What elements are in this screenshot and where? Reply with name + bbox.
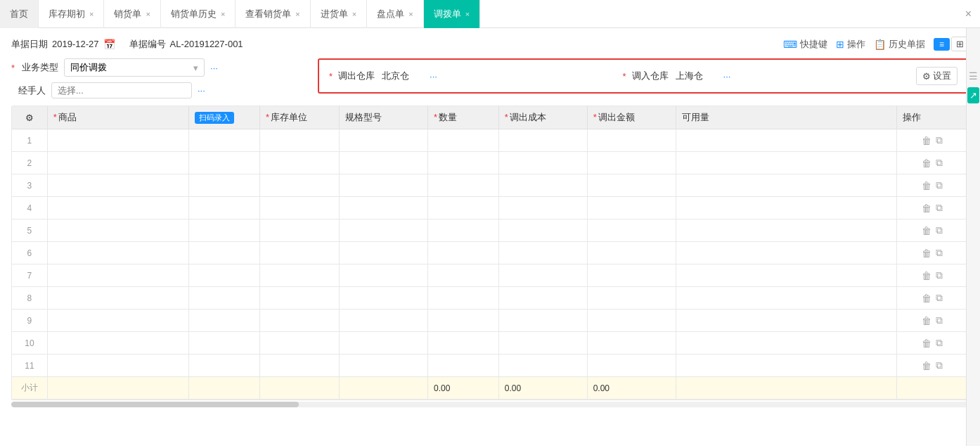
delete-icon-5[interactable]: 🗑	[922, 225, 931, 236]
tab-stock-count[interactable]: 盘点单 ×	[367, 0, 423, 28]
cell-unit-2[interactable]	[259, 152, 339, 174]
cell-spec-11[interactable]	[340, 355, 428, 377]
cell-unit-3[interactable]	[259, 174, 339, 197]
tab-sales-order[interactable]: 销货单 ×	[104, 0, 160, 28]
cell-qty-10[interactable]	[428, 332, 499, 355]
cell-amount-3[interactable]	[587, 174, 676, 197]
cell-product-4[interactable]	[47, 197, 188, 219]
cell-unit-6[interactable]	[259, 242, 339, 265]
cell-amount-11[interactable]	[587, 355, 676, 377]
cell-product-2[interactable]	[47, 152, 188, 174]
cell-cost-7[interactable]	[498, 265, 587, 287]
cell-product-3[interactable]	[47, 174, 188, 197]
cell-cost-1[interactable]	[498, 129, 587, 152]
scan-button[interactable]: 扫码录入	[195, 112, 234, 124]
tab-close-inventory-init[interactable]: ×	[89, 10, 94, 18]
calendar-icon[interactable]: 📅	[103, 39, 115, 50]
cell-cost-2[interactable]	[498, 152, 587, 174]
window-close-button[interactable]: ×	[957, 8, 980, 20]
cell-spec-10[interactable]	[340, 332, 428, 355]
copy-icon-7[interactable]: ⧉	[936, 269, 943, 281]
tab-close-purchase-order[interactable]: ×	[352, 10, 356, 18]
cell-product-8[interactable]	[47, 287, 188, 310]
copy-icon-10[interactable]: ⧉	[936, 337, 943, 349]
cell-qty-8[interactable]	[428, 287, 499, 310]
cell-cost-6[interactable]	[498, 242, 587, 265]
cell-product-10[interactable]	[47, 332, 188, 355]
sidebar-list-icon[interactable]: ☰	[969, 70, 978, 82]
cell-cost-10[interactable]	[498, 332, 587, 355]
cell-cost-5[interactable]	[498, 219, 587, 242]
copy-icon-3[interactable]: ⧉	[936, 179, 943, 191]
cell-unit-5[interactable]	[259, 219, 339, 242]
cell-unit-9[interactable]	[259, 310, 339, 332]
cell-product-11[interactable]	[47, 355, 188, 377]
cell-amount-6[interactable]	[587, 242, 676, 265]
person-more-btn[interactable]: ···	[198, 85, 205, 96]
tab-sales-history[interactable]: 销货单历史 ×	[161, 0, 236, 28]
person-input[interactable]	[51, 82, 192, 98]
copy-icon-4[interactable]: ⧉	[936, 202, 943, 214]
cell-spec-7[interactable]	[340, 265, 428, 287]
cell-product-1[interactable]	[47, 129, 188, 152]
cell-product-9[interactable]	[47, 310, 188, 332]
cell-spec-9[interactable]	[340, 310, 428, 332]
cell-amount-7[interactable]	[587, 265, 676, 287]
layout-list-button[interactable]: ≡	[934, 38, 950, 51]
cell-qty-2[interactable]	[428, 152, 499, 174]
history-button[interactable]: 📋 历史单据	[874, 38, 925, 51]
cell-unit-1[interactable]	[259, 129, 339, 152]
tab-close-view-sales[interactable]: ×	[295, 10, 299, 18]
cell-spec-1[interactable]	[340, 129, 428, 152]
settings-button[interactable]: ⚙ 设置	[916, 67, 958, 85]
cell-qty-11[interactable]	[428, 355, 499, 377]
tab-close-transfer[interactable]: ×	[465, 10, 470, 18]
cell-spec-3[interactable]	[340, 174, 428, 197]
cell-qty-4[interactable]	[428, 197, 499, 219]
copy-icon-6[interactable]: ⧉	[936, 247, 943, 259]
cell-cost-9[interactable]	[498, 310, 587, 332]
delete-icon-8[interactable]: 🗑	[922, 293, 931, 304]
ops-button[interactable]: ⊞ 操作	[836, 38, 865, 51]
warehouse-in-more-btn[interactable]: ···	[723, 71, 731, 82]
cell-qty-9[interactable]	[428, 310, 499, 332]
delete-icon-6[interactable]: 🗑	[922, 248, 931, 259]
shortcut-button[interactable]: ⌨ 快捷键	[783, 38, 827, 51]
tab-purchase-order[interactable]: 进货单 ×	[311, 0, 367, 28]
cell-spec-6[interactable]	[340, 242, 428, 265]
delete-icon-4[interactable]: 🗑	[922, 203, 931, 214]
delete-icon-2[interactable]: 🗑	[922, 158, 931, 169]
copy-icon-8[interactable]: ⧉	[936, 292, 943, 304]
cell-product-5[interactable]	[47, 219, 188, 242]
cell-cost-3[interactable]	[498, 174, 587, 197]
cell-amount-9[interactable]	[587, 310, 676, 332]
cell-spec-8[interactable]	[340, 287, 428, 310]
business-type-more-btn[interactable]: ···	[210, 63, 218, 73]
cell-spec-5[interactable]	[340, 219, 428, 242]
cell-qty-7[interactable]	[428, 265, 499, 287]
cell-amount-1[interactable]	[587, 129, 676, 152]
tab-transfer[interactable]: 调拨单 ×	[424, 0, 480, 28]
cell-amount-4[interactable]	[587, 197, 676, 219]
copy-icon-9[interactable]: ⧉	[936, 314, 943, 326]
tab-inventory-init[interactable]: 库存期初 ×	[39, 0, 104, 28]
cell-product-6[interactable]	[47, 242, 188, 265]
copy-icon-5[interactable]: ⧉	[936, 224, 943, 236]
warehouse-out-more-btn[interactable]: ···	[430, 71, 437, 82]
tab-view-sales[interactable]: 查看销货单 ×	[236, 0, 310, 28]
delete-icon-3[interactable]: 🗑	[922, 180, 931, 191]
horizontal-scrollbar[interactable]	[11, 402, 969, 407]
cell-unit-4[interactable]	[259, 197, 339, 219]
th-gear[interactable]: ⚙	[12, 106, 47, 129]
copy-icon-11[interactable]: ⧉	[936, 359, 943, 371]
delete-icon-7[interactable]: 🗑	[922, 270, 931, 281]
tab-close-stock-count[interactable]: ×	[408, 10, 413, 18]
cell-qty-5[interactable]	[428, 219, 499, 242]
delete-icon-10[interactable]: 🗑	[922, 338, 931, 349]
tab-home[interactable]: 首页	[0, 0, 39, 28]
cell-cost-4[interactable]	[498, 197, 587, 219]
sidebar-export-icon[interactable]: ↗	[967, 87, 979, 103]
tab-close-sales-history[interactable]: ×	[221, 10, 225, 18]
cell-unit-8[interactable]	[259, 287, 339, 310]
cell-unit-11[interactable]	[259, 355, 339, 377]
